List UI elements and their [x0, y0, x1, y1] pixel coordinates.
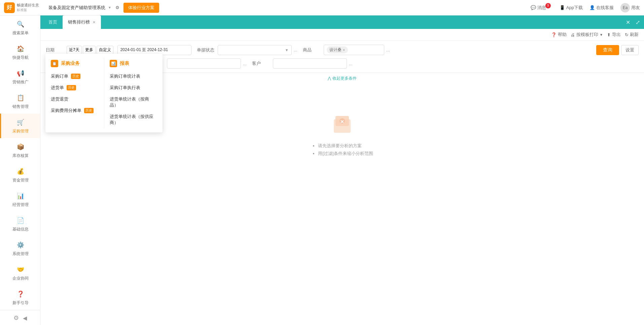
dropdown-col-reports-header: 📊 报表 — [108, 58, 159, 71]
dropdown-item-label-incoming-supplier: 进货单统计表（按供应商） — [110, 114, 157, 126]
dropdown-item-order-stats[interactable]: 采购订单统计表 — [108, 71, 159, 82]
dropdown-col-business: 📋 采购业务 采购订单 历史 进货单 历史 进货退货 采购费用分摊单 历史 — [45, 58, 104, 128]
dropdown-item-incoming[interactable]: 进货单 历史 — [49, 82, 100, 93]
dropdown-item-label-order-exec: 采购订单执行表 — [110, 85, 140, 91]
dropdown-item-purchase-cost[interactable]: 采购费用分摊单 历史 — [49, 105, 100, 116]
reports-icon: 📊 — [110, 60, 117, 67]
dropdown-overlay[interactable] — [0, 0, 644, 325]
purchase-dropdown-menu: 📋 采购业务 采购订单 历史 进货单 历史 进货退货 采购费用分摊单 历史 📊 … — [45, 54, 163, 132]
dropdown-item-label-return: 进货退货 — [51, 96, 68, 102]
dropdown-col-business-header: 📋 采购业务 — [49, 58, 100, 71]
dropdown-item-label-order-stats: 采购订单统计表 — [110, 73, 140, 79]
dropdown-item-return[interactable]: 进货退货 — [49, 93, 100, 105]
history-badge-purchase-cost: 历史 — [84, 108, 94, 113]
dropdown-item-label-incoming-goods: 进货单统计表（按商品） — [110, 96, 157, 108]
dropdown-item-incoming-supplier[interactable]: 进货单统计表（按供应商） — [108, 111, 159, 128]
dropdown-item-order-exec[interactable]: 采购订单执行表 — [108, 82, 159, 93]
history-badge-purchase-order: 历史 — [71, 74, 80, 79]
dropdown-item-label-purchase-order: 采购订单 — [51, 73, 68, 79]
dropdown-col1-title: 采购业务 — [61, 60, 80, 67]
history-badge-incoming: 历史 — [67, 85, 76, 90]
dropdown-item-purchase-order[interactable]: 采购订单 历史 — [49, 71, 100, 82]
dropdown-item-label-purchase-cost: 采购费用分摊单 — [51, 108, 81, 114]
dropdown-item-incoming-goods[interactable]: 进货单统计表（按商品） — [108, 93, 159, 111]
purchase-business-icon: 📋 — [51, 60, 58, 67]
dropdown-item-label-incoming: 进货单 — [51, 85, 64, 91]
dropdown-col-reports: 📊 报表 采购订单统计表 采购订单执行表 进货单统计表（按商品） 进货单统计表（… — [104, 58, 163, 128]
dropdown-col2-title: 报表 — [120, 60, 129, 67]
